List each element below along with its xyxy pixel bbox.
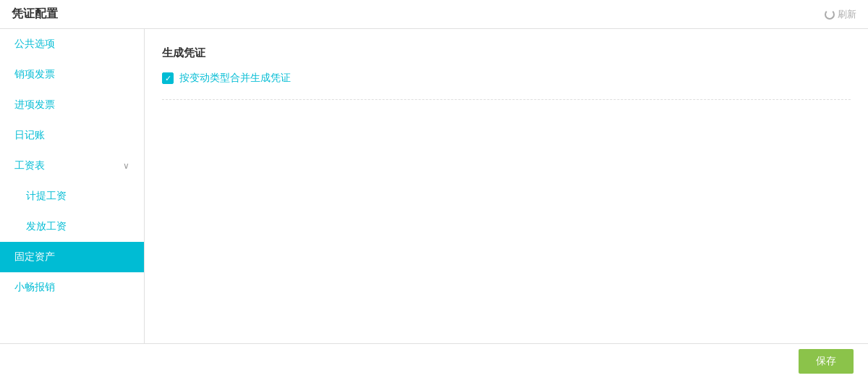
checkbox-label[interactable]: 按变动类型合并生成凭证 [179, 72, 291, 85]
merge-voucher-checkbox[interactable]: ✓ [162, 72, 174, 84]
sidebar-item-label: 工资表 [14, 159, 45, 172]
refresh-label: 刷新 [838, 8, 856, 21]
sidebar-item-payroll-table[interactable]: 工资表∨ [0, 151, 144, 181]
sidebar-item-label: 进项发票 [14, 98, 55, 112]
sidebar-item-purchase-invoice[interactable]: 进项发票 [0, 90, 144, 120]
sidebar-item-expense-report[interactable]: 小畅报销 [0, 272, 144, 303]
sidebar-item-label: 发放工资 [26, 220, 67, 233]
sidebar-item-label: 计提工资 [26, 190, 67, 203]
sidebar-item-public-options[interactable]: 公共选项 [0, 29, 144, 59]
sidebar-item-pay-salary[interactable]: 发放工资 [0, 211, 144, 242]
top-bar: 凭证配置 刷新 [0, 0, 868, 29]
page-title: 凭证配置 [12, 7, 58, 22]
chevron-down-icon: ∨ [123, 161, 129, 171]
refresh-icon [825, 9, 835, 20]
checkmark-icon: ✓ [165, 75, 171, 83]
save-button[interactable]: 保存 [799, 349, 854, 374]
main-layout: 公共选项销项发票进项发票日记账工资表∨计提工资发放工资固定资产小畅报销 生成凭证… [0, 29, 868, 343]
sidebar-item-sales-invoice[interactable]: 销项发票 [0, 59, 144, 90]
page-wrapper: 凭证配置 刷新 公共选项销项发票进项发票日记账工资表∨计提工资发放工资固定资产小… [0, 0, 868, 378]
refresh-button[interactable]: 刷新 [825, 8, 856, 21]
bottom-bar: 保存 [0, 343, 868, 378]
sidebar-item-label: 日记账 [14, 129, 45, 142]
sidebar-item-label: 销项发票 [14, 68, 55, 81]
sidebar-item-calc-salary[interactable]: 计提工资 [0, 181, 144, 211]
sidebar: 公共选项销项发票进项发票日记账工资表∨计提工资发放工资固定资产小畅报销 [0, 29, 145, 343]
section-title: 生成凭证 [162, 46, 851, 60]
sidebar-item-journal[interactable]: 日记账 [0, 120, 144, 151]
sidebar-item-label: 小畅报销 [14, 281, 55, 294]
content-area: 生成凭证 ✓ 按变动类型合并生成凭证 [145, 29, 868, 343]
sidebar-item-fixed-assets[interactable]: 固定资产 [0, 242, 144, 272]
divider [162, 99, 851, 100]
sidebar-item-label: 公共选项 [14, 38, 55, 51]
checkbox-row: ✓ 按变动类型合并生成凭证 [162, 72, 851, 85]
sidebar-item-label: 固定资产 [14, 251, 55, 264]
